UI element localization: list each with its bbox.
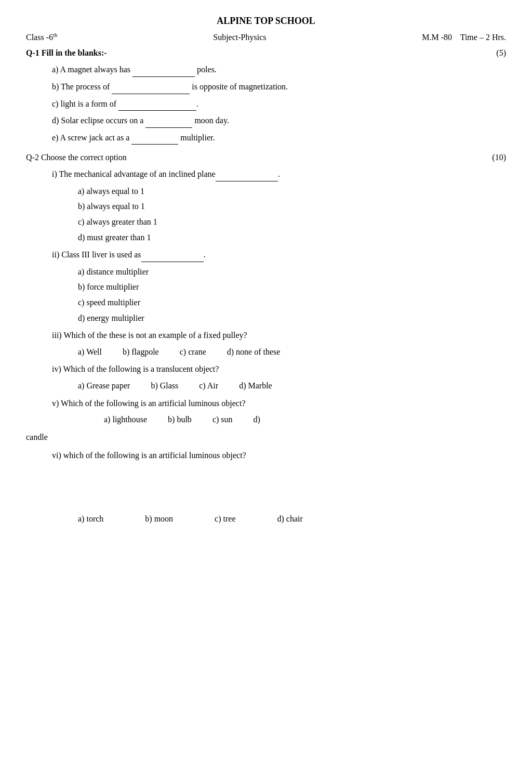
q2-iii-opt-c: c) crane	[180, 345, 206, 359]
q2-iii-opt-a: a) Well	[78, 345, 102, 359]
q2-i-question: i) The mechanical advantage of an inclin…	[52, 167, 506, 181]
q2-vi-opt-b: b) moon	[145, 512, 173, 526]
meta-row: Class -6th Subject-Physics M.M -80 Time …	[26, 32, 506, 42]
q2-i-opt-c: c) always greater than 1	[78, 215, 506, 229]
q1-sub-d: d) Solar eclipse occurs on a moon day.	[52, 114, 506, 128]
q2-v-opt-c: c) sun	[212, 413, 233, 426]
q2-vi-options: a) torch b) moon c) tree d) chair	[78, 512, 506, 526]
q2-iv-opt-a: a) Grease paper	[78, 379, 130, 393]
q2-vi-opt-c: c) tree	[215, 512, 235, 526]
q1-header: Q-1 Fill in the blanks:- (5)	[26, 48, 506, 58]
q2-vi-opt-d: d) chair	[277, 512, 303, 526]
q2-v-opt-a: a) lighthouse	[104, 413, 147, 426]
q2-v-opt-d: d)	[254, 413, 260, 426]
q2-iii-opt-b: b) flagpole	[123, 345, 159, 359]
q2-i-opt-a: a) always equal to 1	[78, 185, 506, 198]
q1-sub-a: a) A magnet always has poles.	[52, 63, 506, 77]
q2-v-options: a) lighthouse b) bulb c) sun d)	[104, 413, 506, 426]
q1-title: Q-1 Fill in the blanks:-	[26, 48, 107, 58]
q2-iv-opt-c: c) Air	[199, 379, 218, 393]
q2-iii-question: iii) Which of the these is not an exampl…	[52, 329, 506, 342]
q2-vi-opt-a: a) torch	[78, 512, 103, 526]
subject-label: Subject-Physics	[213, 33, 266, 42]
candle-label: candle	[26, 431, 506, 444]
page-header: ALPINE TOP SCHOOL	[26, 16, 506, 27]
q2-iv-options: a) Grease paper b) Glass c) Air d) Marbl…	[78, 379, 506, 393]
q2-section: Q-2 Choose the correct option (10) i) Th…	[26, 153, 506, 525]
q2-iii-options: a) Well b) flagpole c) crane d) none of …	[78, 345, 506, 359]
mm-time: M.M -80 Time – 2 Hrs.	[422, 33, 506, 42]
class-superscript: th	[53, 32, 58, 38]
q2-vi-question: vi) which of the following is an artific…	[52, 449, 506, 462]
q2-marks: (10)	[492, 153, 506, 162]
q1-sub-c: c) light is a form of .	[52, 97, 506, 111]
q2-ii-opt-c: c) speed multiplier	[78, 296, 506, 309]
q2-v-opt-b: b) bulb	[168, 413, 192, 426]
q1-section: Q-1 Fill in the blanks:- (5) a) A magnet…	[26, 48, 506, 145]
class-label: Class -6th	[26, 32, 58, 42]
q2-iv-opt-b: b) Glass	[151, 379, 178, 393]
school-title: ALPINE TOP SCHOOL	[217, 16, 315, 26]
q2-ii-opt-b: b) force multiplier	[78, 280, 506, 294]
q2-ii-opt-a: a) distance multiplier	[78, 265, 506, 279]
q2-i-options: a) always equal to 1 b) always equal to …	[78, 185, 506, 244]
q2-v-question: v) Which of the following is an artifici…	[52, 397, 506, 410]
q2-header: Q-2 Choose the correct option (10)	[26, 153, 506, 162]
q1-marks: (5)	[496, 48, 506, 58]
q1-sub-e: e) A screw jack act as a multiplier.	[52, 131, 506, 145]
q2-iii-opt-d: d) none of these	[227, 345, 281, 359]
q2-ii-question: ii) Class III liver is used as .	[52, 248, 506, 262]
q1-sub-b: b) The process of is opposite of magneti…	[52, 80, 506, 94]
q2-iv-question: iv) Which of the following is a transluc…	[52, 362, 506, 376]
q2-ii-options: a) distance multiplier b) force multipli…	[78, 265, 506, 324]
q2-ii-opt-d: d) energy multiplier	[78, 311, 506, 325]
q2-iv-opt-d: d) Marble	[239, 379, 272, 393]
q2-title: Q-2 Choose the correct option	[26, 153, 127, 162]
q2-i-opt-b: b) always equal to 1	[78, 200, 506, 213]
q2-i-opt-d: d) must greater than 1	[78, 231, 506, 244]
